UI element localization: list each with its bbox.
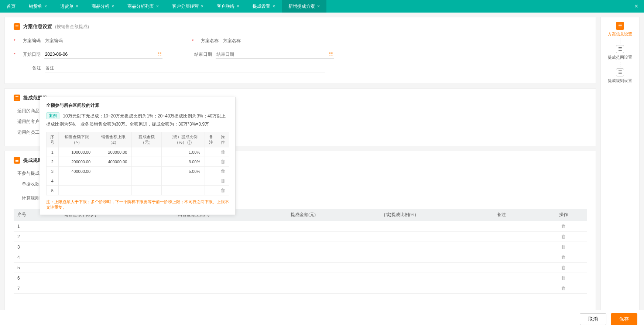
rule-row[interactable]: 2🗑 — [14, 232, 587, 242]
end-date-input[interactable] — [216, 50, 334, 59]
tab-首页[interactable]: 首页 — [0, 0, 22, 13]
rule-cell[interactable] — [174, 242, 287, 252]
rule-cell[interactable] — [287, 283, 380, 294]
rule-cell[interactable] — [493, 221, 540, 232]
example-cell: 5 — [47, 186, 59, 195]
rule-cell[interactable] — [493, 273, 540, 283]
rule-cell: 🗑 — [540, 252, 587, 263]
rule-cell[interactable] — [493, 242, 540, 252]
delete-icon[interactable]: 🗑 — [220, 168, 225, 174]
example-cell: 200000.00 — [95, 147, 132, 157]
rule-cell[interactable] — [287, 242, 380, 252]
tab-客户联络[interactable]: 客户联络× — [210, 0, 246, 13]
rule-cell[interactable] — [60, 232, 174, 242]
step-0[interactable]: ☰方案信息设置 — [608, 22, 632, 37]
rule-cell[interactable] — [493, 232, 540, 242]
rule-cell[interactable] — [493, 252, 540, 263]
section-icon: ☰ — [14, 95, 20, 101]
tab-close-icon[interactable]: × — [317, 0, 320, 13]
delete-icon[interactable]: 🗑 — [561, 234, 566, 239]
rule-cell[interactable] — [287, 232, 380, 242]
rule-cell[interactable] — [60, 273, 174, 283]
case-badge: 案例 — [46, 112, 59, 119]
step-1[interactable]: ☰提成范围设置 — [608, 45, 632, 60]
delete-icon[interactable]: 🗑 — [561, 265, 566, 270]
rule-cell[interactable] — [287, 273, 380, 283]
rule-cell[interactable] — [380, 221, 493, 232]
tab-销货单[interactable]: 销货单× — [22, 0, 54, 13]
rule-cell: 1 — [14, 221, 60, 232]
rule-row[interactable]: 1🗑 — [14, 221, 587, 232]
plan-name-input[interactable] — [222, 37, 348, 45]
rule-cell[interactable] — [174, 273, 287, 283]
plan-code-input[interactable] — [44, 37, 170, 45]
example-cell: 4 — [47, 176, 59, 186]
rule-row[interactable]: 4🗑 — [14, 252, 587, 263]
panel-subtitle: (按销售金额提成) — [55, 24, 89, 30]
delete-icon[interactable]: 🗑 — [220, 178, 225, 184]
delete-icon[interactable]: 🗑 — [220, 159, 225, 164]
delete-icon[interactable]: 🗑 — [561, 223, 566, 229]
tab-客户分层经营[interactable]: 客户分层经营× — [165, 0, 210, 13]
rule-cell[interactable] — [380, 242, 493, 252]
calendar-icon[interactable]: ☷ — [329, 51, 333, 57]
start-date-input[interactable] — [44, 50, 162, 59]
save-button[interactable]: 保存 — [611, 313, 637, 321]
delete-icon[interactable]: 🗑 — [220, 149, 225, 155]
tab-close-icon[interactable]: × — [273, 0, 275, 13]
tab-close-icon[interactable]: × — [112, 0, 114, 13]
rule-cell[interactable] — [287, 252, 380, 263]
rule-cell[interactable] — [60, 263, 174, 273]
rule-row[interactable]: 6🗑 — [14, 273, 587, 283]
example-cell: 3 — [47, 167, 59, 176]
rule-cell[interactable] — [174, 252, 287, 263]
rule-cell[interactable] — [380, 273, 493, 283]
example-cell — [95, 176, 132, 186]
rule-cell[interactable] — [60, 283, 174, 294]
tab-提成设置[interactable]: 提成设置× — [246, 0, 282, 13]
rule-cell[interactable] — [493, 283, 540, 294]
step-2[interactable]: ☰提成规则设置 — [608, 68, 632, 83]
tab-close-icon[interactable]: × — [201, 0, 203, 13]
delete-icon[interactable]: 🗑 — [561, 244, 566, 250]
not-participate-label: 不参与提成 — [14, 170, 40, 177]
rule-cell[interactable] — [287, 263, 380, 273]
rule-cell[interactable] — [493, 263, 540, 273]
rule-cell[interactable] — [380, 232, 493, 242]
example-th: 提成金额（元） — [132, 132, 162, 147]
tab-商品分析[interactable]: 商品分析× — [85, 0, 121, 13]
delete-icon[interactable]: 🗑 — [561, 254, 566, 260]
tab-close-icon[interactable]: × — [237, 0, 239, 13]
example-th: （或）提成比例（%）? — [161, 132, 205, 147]
rule-cell[interactable] — [174, 232, 287, 242]
rule-row[interactable]: 5🗑 — [14, 263, 587, 273]
rule-cell[interactable] — [380, 263, 493, 273]
rule-cell[interactable] — [174, 221, 287, 232]
tab-进货单[interactable]: 进货单× — [54, 0, 85, 13]
delete-icon[interactable]: 🗑 — [220, 188, 225, 193]
rule-cell[interactable] — [60, 252, 174, 263]
rule-cell[interactable] — [287, 221, 380, 232]
rule-cell[interactable] — [380, 283, 493, 294]
rule-cell[interactable] — [380, 252, 493, 263]
tab-新增提成方案[interactable]: 新增提成方案× — [282, 0, 326, 13]
tab-close-icon[interactable]: × — [76, 0, 78, 13]
cancel-button[interactable]: 取消 — [580, 313, 606, 321]
calc-rule-label: 计算规则 — [14, 195, 40, 201]
help-icon[interactable]: ? — [187, 140, 192, 145]
delete-icon[interactable]: 🗑 — [561, 286, 566, 291]
remark-input[interactable] — [45, 64, 325, 72]
rule-cell[interactable] — [60, 221, 174, 232]
example-op-cell: 🗑 — [217, 157, 229, 167]
rule-cell[interactable] — [174, 283, 287, 294]
tab-商品分析列表[interactable]: 商品分析列表× — [121, 0, 165, 13]
delete-icon[interactable]: 🗑 — [561, 275, 566, 281]
tab-close-icon[interactable]: × — [44, 0, 47, 13]
tab-close-icon[interactable]: × — [156, 0, 159, 13]
calendar-icon[interactable]: ☷ — [157, 51, 162, 57]
rule-row[interactable]: 3🗑 — [14, 242, 587, 252]
rule-cell[interactable] — [174, 263, 287, 273]
rule-cell[interactable] — [60, 242, 174, 252]
rule-row[interactable]: 7🗑 — [14, 283, 587, 294]
close-all-tabs-icon[interactable]: × — [633, 0, 640, 13]
